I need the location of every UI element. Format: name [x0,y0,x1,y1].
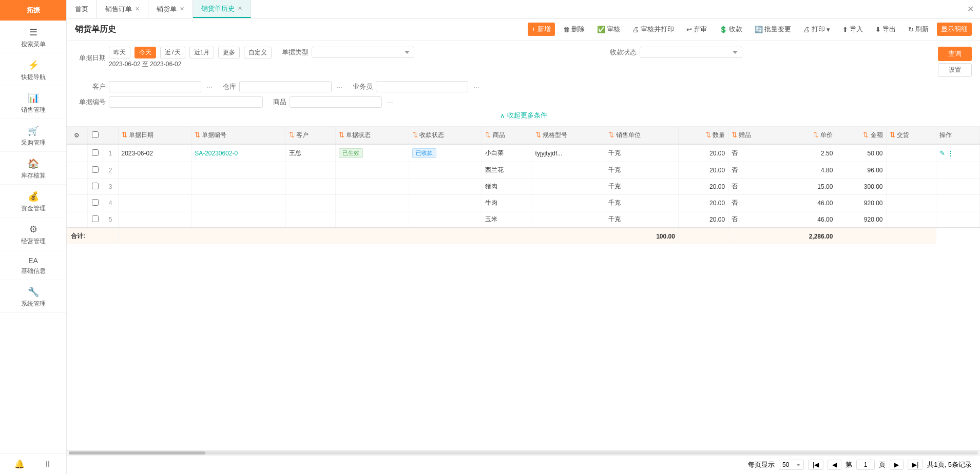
unit-col-header[interactable]: ⇅ 销售单位 [605,127,679,144]
collect-status-col-header[interactable]: ⇅ 收款状态 [409,127,482,144]
batch-change-button[interactable]: 🔄 批量变更 [751,23,795,36]
sidebar-item-purchase-mgmt[interactable]: 🛒 采购管理 [0,119,66,152]
row-checkbox[interactable] [92,183,99,189]
doc-number-input[interactable] [109,96,263,108]
row-doc-number[interactable] [191,195,286,211]
abandon-button[interactable]: ↩ 弃审 [682,23,711,36]
collect-status-select[interactable] [640,47,742,58]
export-button[interactable]: ⬇ 导出 [871,23,900,36]
doc-status-col-header[interactable]: ⇅ 单据状态 [336,127,409,144]
doc-type-select[interactable] [312,47,414,58]
doc-number-col-header[interactable]: ⇅ 单据编号 [191,127,286,144]
sidebar-item-sys-mgmt[interactable]: 🔧 系统管理 [0,280,66,313]
edit-action-button[interactable]: ✎ [939,149,945,157]
first-page-button[interactable]: |◀ [808,460,823,470]
settings-col-header[interactable]: ⚙ [67,127,87,144]
scrollbar-track[interactable] [69,451,978,455]
date-btn-more[interactable]: 更多 [218,47,240,58]
prev-page-button[interactable]: ◀ [828,460,841,470]
pause-icon[interactable]: ⏸ [44,460,52,469]
toolbar: + 新增 🗑 删除 ✅ 审核 🖨 审核并打印 ↩ 弃审 [528,23,972,36]
gift-col-header[interactable]: ⇅ 赠品 [728,127,778,144]
salesperson-dots[interactable]: ··· [473,83,479,91]
trade-col-header[interactable]: ⇅ 交货 [886,127,936,144]
tab-sales-delivery-history-close[interactable]: ✕ [238,5,242,12]
horizontal-scrollbar[interactable] [67,450,980,455]
collapse-button[interactable]: ∧ 收起更多条件 [75,111,972,120]
unit-price-col-header[interactable]: ⇅ 单价 [778,127,836,144]
checkbox-col-header[interactable] [87,127,103,144]
import-label: 导入 [850,25,863,34]
sidebar-item-inventory[interactable]: 🏠 库存核算 [0,152,66,185]
new-button[interactable]: + 新增 [528,23,555,36]
row-checkbox-cell[interactable] [87,162,103,179]
row-checkbox-cell[interactable] [87,195,103,211]
row-doc-status [336,179,409,195]
next-page-button[interactable]: ▶ [890,460,904,470]
delete-button[interactable]: 🗑 删除 [559,23,589,36]
table-row: 1 2023-06-02 SA-20230602-0 王总 已生效 已收款 小白… [67,144,980,162]
sidebar-item-label: 采购管理 [21,139,46,147]
customer-input[interactable] [109,81,201,92]
date-btn-today[interactable]: 今天 [134,47,156,58]
collect-icon: 💲 [719,26,727,33]
customer-dots[interactable]: ··· [206,83,213,91]
select-all-checkbox[interactable] [92,131,99,138]
scrollbar-thumb[interactable] [69,451,205,455]
sidebar-item-basic-info[interactable]: EA 基础信息 [0,250,66,280]
doc-date-col-header[interactable]: ⇅ 单据日期 [118,127,191,144]
salesperson-input[interactable] [376,81,468,92]
date-btn-custom[interactable]: 自定义 [244,47,272,58]
last-page-button[interactable]: ▶| [908,460,923,470]
goods-col-header[interactable]: ⇅ 商品 [482,127,532,144]
warehouse-dots[interactable]: ··· [337,83,343,91]
import-button[interactable]: ⬆ 导入 [838,23,867,36]
customer-col-header[interactable]: ⇅ 客户 [285,127,335,144]
warehouse-input[interactable] [239,81,332,92]
sidebar-item-ops-mgmt[interactable]: ⚙ 经营管理 [0,218,66,250]
tab-sales-delivery-history[interactable]: 销货单历史 ✕ [193,0,251,18]
row-checkbox-cell[interactable] [87,179,103,195]
refresh-button[interactable]: ↻ 刷新 [904,23,933,36]
sidebar-item-search-menu[interactable]: ☰ 搜索菜单 [0,21,66,53]
per-page-select[interactable]: 50 100 200 [779,460,804,470]
date-btn-yesterday[interactable]: 昨天 [109,47,130,58]
tab-home[interactable]: 首页 [67,0,97,18]
audit-print-button[interactable]: 🖨 审核并打印 [628,23,678,36]
goods-input[interactable] [290,96,382,108]
row-doc-number[interactable] [191,211,286,228]
row-checkbox[interactable] [92,149,99,156]
row-checkbox-cell[interactable] [87,144,103,162]
row-checkbox-cell[interactable] [87,211,103,228]
row-doc-number[interactable]: SA-20230602-0 [191,144,286,162]
sidebar-item-finance-mgmt[interactable]: 💰 资金管理 [0,185,66,218]
tab-sales-order-close[interactable]: ✕ [135,6,140,12]
tab-sales-order[interactable]: 销售订单 ✕ [97,0,148,18]
more-action-button[interactable]: ⋮ [947,149,954,157]
notification-icon[interactable]: 🔔 [14,459,25,469]
row-checkbox[interactable] [92,199,99,206]
sidebar-item-quick-nav[interactable]: ⚡ 快捷导航 [0,53,66,86]
show-detail-button[interactable]: 显示明细 [937,23,972,36]
query-button[interactable]: 查询 [938,47,972,61]
sidebar-item-sales-mgmt[interactable]: 📊 销售管理 [0,86,66,119]
tab-sales-delivery[interactable]: 销货单 ✕ [148,0,193,18]
collect-button[interactable]: 💲 收款 [715,23,746,36]
amount-col-header[interactable]: ⇅ 金额 [836,127,886,144]
row-doc-number[interactable] [191,179,286,195]
qty-col-header[interactable]: ⇅ 数量 [678,127,728,144]
date-btn-1month[interactable]: 近1月 [189,47,215,58]
date-btn-7days[interactable]: 近7天 [160,47,185,58]
row-actions [936,179,979,195]
row-doc-number[interactable] [191,162,286,179]
goods-dots[interactable]: ··· [387,98,393,106]
setting-button[interactable]: 设置 [938,63,972,77]
print-button[interactable]: 🖨 打印 ▾ [799,23,834,36]
spec-col-header[interactable]: ⇅ 规格型号 [532,127,605,144]
tab-sales-delivery-close[interactable]: ✕ [180,6,184,12]
close-all-tabs-button[interactable]: ✕ [961,4,980,14]
row-checkbox[interactable] [92,215,99,222]
page-number-input[interactable] [856,460,875,470]
audit-button[interactable]: ✅ 审核 [593,23,624,36]
row-checkbox[interactable] [92,166,99,173]
